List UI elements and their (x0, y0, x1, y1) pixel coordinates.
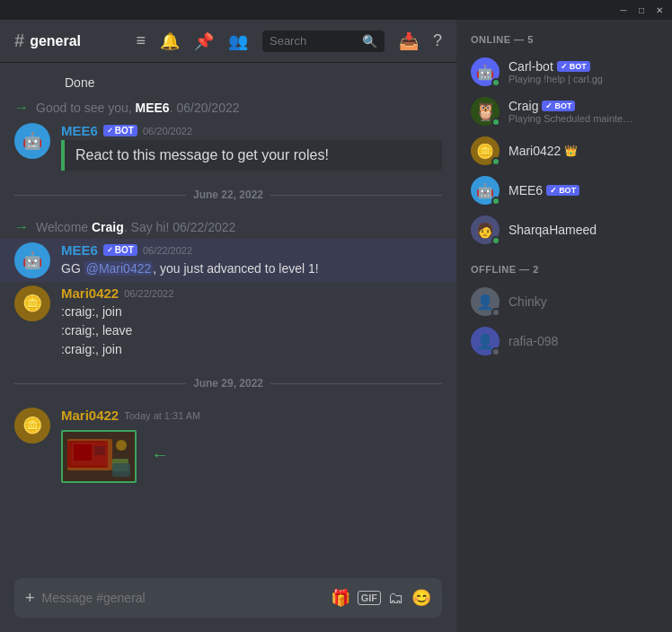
divider-line (270, 383, 442, 384)
help-icon[interactable]: ? (433, 31, 442, 50)
status-indicator (491, 157, 500, 166)
list-item: Done (0, 70, 456, 96)
message-text: Done (65, 74, 94, 92)
system-message-text: Welcome Craig. Say hi! 06/22/2022 (36, 220, 235, 234)
status-indicator (491, 236, 500, 245)
crown-icon: 👑 (564, 145, 578, 157)
member-name: Craig (508, 99, 538, 113)
minimize-button[interactable]: ─ (618, 4, 629, 15)
message-text: :craig:, join (61, 340, 442, 359)
divider-text: June 29, 2022 (193, 377, 263, 390)
message-header: MEE6 ✓ BOT 06/22/2022 (61, 242, 442, 258)
bot-badge: ✓ BOT (103, 244, 137, 256)
bot-badge: ✓ BOT (103, 125, 137, 136)
channel-name-area: # general (14, 31, 81, 51)
member-info: Mari0422 👑 (508, 144, 578, 158)
message-content: Mari0422 06/22/2022 :craig:, join :craig… (61, 285, 442, 359)
search-box[interactable]: 🔍 (262, 31, 385, 52)
bot-badge: ✓ BOT (546, 185, 579, 196)
member-badges: Carl-bot ✓ BOT (508, 59, 603, 74)
message-timestamp: Today at 1:31 AM (124, 410, 200, 421)
message-header: Mari0422 Today at 1:31 AM (61, 408, 442, 423)
header-icons: ≡ 🔔 📌 👥 🔍 📥 ? (136, 31, 442, 52)
emoji-icon[interactable]: 😊 (411, 588, 431, 608)
date-divider: June 22, 2022 (14, 189, 442, 201)
member-info: Carl-bot ✓ BOT Playing !help | carl.gg (508, 59, 603, 84)
close-button[interactable]: ✕ (654, 4, 665, 15)
status-indicator (491, 308, 500, 317)
message-input-box: + 🎁 GIF 🗂 😊 (14, 578, 442, 618)
gift-icon[interactable]: 🎁 (331, 588, 350, 608)
message-author: MEE6 (61, 242, 98, 258)
divider-line (14, 383, 186, 384)
avatar: 🦉 (471, 97, 500, 126)
avatar: 🪙 (471, 136, 500, 165)
member-info: rafia-098 (508, 334, 558, 348)
member-item[interactable]: 👤 Chinky (464, 282, 665, 321)
members-sidebar: ONLINE — 5 🤖 Carl-bot ✓ BOT Playing !hel… (456, 20, 672, 632)
avatar: 🤖 (14, 242, 50, 278)
list-item: 🪙 Mari0422 06/22/2022 :craig:, join :cra… (0, 282, 456, 363)
avatar: 🤖 (471, 57, 500, 86)
avatar: 👤 (471, 287, 500, 316)
member-item[interactable]: 🤖 MEE6 ✓ BOT (464, 171, 665, 210)
member-badges: Craig ✓ BOT (508, 99, 634, 113)
member-name: MEE6 (508, 183, 543, 198)
avatar: 🤖 (14, 123, 50, 159)
message-text: :craig:, join (61, 303, 442, 321)
member-item[interactable]: 🪙 Mari0422 👑 (464, 131, 665, 171)
message-header: Mari0422 06/22/2022 (61, 285, 442, 301)
message-input[interactable] (42, 581, 323, 615)
channel-header: # general ≡ 🔔 📌 👥 🔍 📥 ? (0, 20, 456, 63)
svg-rect-2 (72, 443, 108, 465)
search-input[interactable] (270, 34, 358, 48)
add-button[interactable]: + (25, 589, 35, 608)
sticker-icon[interactable]: 🗂 (388, 589, 404, 608)
system-message-text: Good to see you, MEE6. 06/20/2022 (36, 101, 240, 115)
image-attachment[interactable] (61, 430, 137, 483)
system-arrow-icon: → (14, 219, 29, 235)
member-badges: Mari0422 👑 (508, 144, 578, 158)
svg-rect-3 (74, 444, 92, 461)
member-status: Playing !help | carl.gg (508, 74, 603, 84)
messages-area: Done → Good to see you, MEE6. 06/20/2022… (0, 63, 456, 578)
channel-name: general (30, 33, 81, 49)
green-arrow-icon: ← (151, 444, 169, 465)
message-content: MEE6 ✓ BOT 06/22/2022 GG @Mari0422, you … (61, 242, 442, 278)
online-section-title: ONLINE — 5 (464, 34, 665, 45)
member-item[interactable]: 👤 rafia-098 (464, 321, 665, 361)
member-name: Mari0422 (508, 144, 561, 158)
offline-section-title: OFFLINE — 2 (464, 264, 665, 275)
member-name: Chinky (508, 294, 547, 309)
list-item: → Welcome Craig. Say hi! 06/22/2022 (0, 215, 456, 239)
status-indicator (491, 118, 500, 127)
divider-line (14, 195, 186, 196)
inbox-icon[interactable]: 📥 (399, 31, 419, 51)
member-name: SharqaHameed (508, 223, 597, 237)
threads-icon[interactable]: ≡ (136, 31, 146, 50)
avatar: 🤖 (471, 176, 500, 205)
attachment-thumbnail (63, 432, 135, 481)
titlebar: ─ □ ✕ (0, 0, 672, 20)
gif-button[interactable]: GIF (358, 591, 381, 605)
maximize-button[interactable]: □ (636, 4, 647, 15)
svg-rect-5 (112, 459, 128, 471)
member-name: Carl-bot (508, 59, 553, 74)
svg-point-6 (116, 440, 127, 451)
status-indicator (491, 347, 500, 356)
member-item[interactable]: 🦉 Craig ✓ BOT Playing Scheduled maintena… (464, 92, 665, 131)
member-item[interactable]: 🧑 SharqaHameed (464, 210, 665, 250)
list-item: 🤖 MEE6 ✓ BOT 06/20/2022 React to this me… (0, 119, 456, 174)
member-item[interactable]: 🤖 Carl-bot ✓ BOT Playing !help | carl.gg (464, 52, 665, 92)
message-header: MEE6 ✓ BOT 06/20/2022 (61, 123, 442, 138)
hash-icon: # (14, 31, 24, 51)
member-info: Craig ✓ BOT Playing Scheduled maintenanc… (508, 99, 634, 124)
avatar: 🧑 (471, 215, 500, 244)
list-item: 🤖 MEE6 ✓ BOT 06/22/2022 GG @Mari0422, yo… (0, 239, 456, 282)
pin-icon[interactable]: 📌 (194, 31, 214, 51)
notifications-icon[interactable]: 🔔 (160, 31, 180, 51)
status-indicator (491, 197, 500, 206)
mention[interactable]: @Mari0422 (84, 261, 154, 276)
members-icon[interactable]: 👥 (228, 31, 248, 51)
message-content: MEE6 ✓ BOT 06/20/2022 React to this mess… (61, 123, 442, 171)
